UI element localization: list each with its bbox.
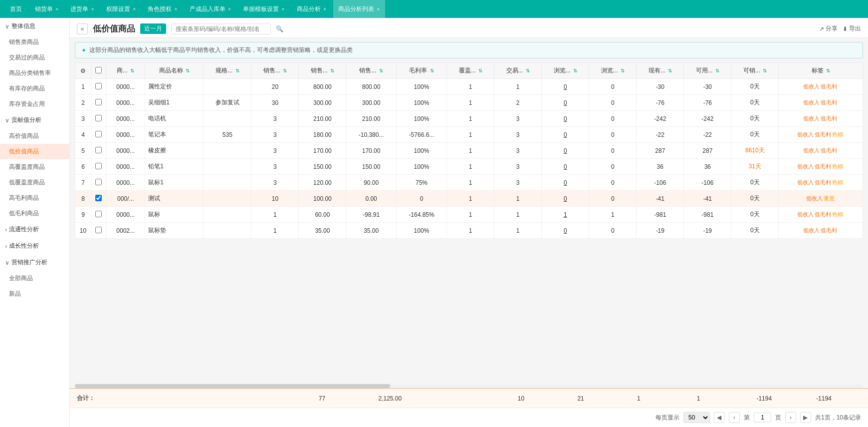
page-number-input[interactable] xyxy=(754,413,771,423)
col-sellable[interactable]: 可销... ⇅ xyxy=(731,63,779,79)
row-checkbox-cell[interactable] xyxy=(91,79,106,95)
col-view2[interactable]: 浏览... ⇅ xyxy=(589,63,637,79)
row-checkbox[interactable] xyxy=(95,211,102,217)
sidebar-item-low-margin[interactable]: 低毛利商品 xyxy=(0,206,69,221)
close-icon[interactable]: × xyxy=(377,6,380,12)
close-icon[interactable]: × xyxy=(133,6,136,12)
sidebar-item-high-coverage[interactable]: 高覆盖度商品 xyxy=(0,159,69,175)
col-sales2[interactable]: 销售... ⇅ xyxy=(346,63,396,79)
share-button[interactable]: ↗ 分享 xyxy=(819,24,838,33)
view-link[interactable]: 1 xyxy=(564,211,567,218)
view-link[interactable]: 0 xyxy=(564,179,567,186)
sidebar-item-stock-products[interactable]: 有库存的商品 xyxy=(0,81,69,96)
col-tags[interactable]: 标签 ⇅ xyxy=(779,63,863,79)
nav-home[interactable]: 首页 xyxy=(4,0,28,18)
row-checkbox-cell[interactable] xyxy=(91,207,106,223)
nav-role-auth[interactable]: 角色授权 × xyxy=(143,0,182,18)
row-checkbox[interactable] xyxy=(95,147,102,153)
nav-sales-order[interactable]: 销货单 × xyxy=(30,0,63,18)
sidebar-item-traded-products[interactable]: 交易过的商品 xyxy=(0,50,69,65)
close-icon[interactable]: × xyxy=(323,6,326,12)
sidebar-item-high-value[interactable]: 高价值商品 xyxy=(0,128,69,144)
nav-product-analysis-list[interactable]: 商品分析列表 × xyxy=(333,0,385,18)
sidebar-item-high-margin[interactable]: 高毛利商品 xyxy=(0,190,69,206)
row-checkbox-cell[interactable] xyxy=(91,223,106,239)
row-view1[interactable]: 0 xyxy=(542,95,589,111)
sidebar-group-circulation[interactable]: › 流通性分析 xyxy=(0,221,69,238)
prev-page-button[interactable]: ‹ xyxy=(729,412,740,423)
col-name[interactable]: 商品名称 ⇅ xyxy=(145,63,204,79)
close-icon[interactable]: × xyxy=(281,6,284,12)
sidebar-group-growth[interactable]: › 成长性分析 xyxy=(0,238,69,254)
nav-purchase-order[interactable]: 进货单 × xyxy=(65,0,99,18)
close-icon[interactable]: × xyxy=(174,6,177,12)
row-view1[interactable]: 0 xyxy=(542,191,589,207)
col-settings[interactable]: ⚙ xyxy=(75,63,91,79)
row-checkbox-cell[interactable] xyxy=(91,143,106,159)
select-all-checkbox[interactable] xyxy=(95,67,102,73)
row-checkbox[interactable] xyxy=(95,195,102,201)
row-view1[interactable]: 0 xyxy=(542,175,589,191)
row-view1[interactable]: 0 xyxy=(542,111,589,127)
sidebar-item-all-products[interactable]: 全部商品 xyxy=(0,271,69,286)
row-checkbox[interactable] xyxy=(95,115,102,121)
col-trade[interactable]: 交易... ⇅ xyxy=(494,63,542,79)
search-icon[interactable]: 🔍 xyxy=(276,25,283,32)
scrollbar-thumb[interactable] xyxy=(75,384,390,388)
row-checkbox-cell[interactable] xyxy=(91,111,106,127)
view-link[interactable]: 0 xyxy=(564,163,567,170)
col-view1[interactable]: 浏览... ⇅ xyxy=(542,63,589,79)
view-link[interactable]: 0 xyxy=(564,131,567,138)
next-page-button[interactable]: › xyxy=(785,412,796,423)
sidebar-item-low-coverage[interactable]: 低覆盖度商品 xyxy=(0,175,69,190)
sidebar-item-sales-products[interactable]: 销售类商品 xyxy=(0,34,69,50)
sidebar-item-low-value[interactable]: 低价值商品 xyxy=(0,144,69,159)
row-view1[interactable]: 0 xyxy=(542,127,589,143)
view-link[interactable]: 0 xyxy=(564,115,567,122)
col-qty[interactable]: 销售... ⇅ xyxy=(251,63,299,79)
sidebar-group-marketing[interactable]: ∨ 营销推广分析 xyxy=(0,254,69,271)
last-page-button[interactable]: ▶ xyxy=(800,412,811,423)
view-link[interactable]: 0 xyxy=(564,83,567,90)
view-link[interactable]: 0 xyxy=(564,147,567,154)
view-link[interactable]: 0 xyxy=(564,195,567,202)
page-size-select[interactable]: 50 100 xyxy=(683,412,710,423)
row-checkbox-cell[interactable] xyxy=(91,95,106,111)
close-icon[interactable]: × xyxy=(228,6,231,12)
sidebar-item-new-products[interactable]: 新品 xyxy=(0,286,69,302)
row-checkbox[interactable] xyxy=(95,179,102,185)
settings-icon[interactable]: ⚙ xyxy=(80,67,86,74)
sidebar-item-stock-capital[interactable]: 库存资金占用 xyxy=(0,96,69,112)
col-gross[interactable]: 毛利率 ⇅ xyxy=(396,63,446,79)
row-view1[interactable]: 0 xyxy=(542,223,589,239)
horizontal-scrollbar[interactable] xyxy=(75,384,863,388)
view-link[interactable]: 0 xyxy=(564,99,567,106)
row-checkbox[interactable] xyxy=(95,83,102,89)
sidebar-group-contribution[interactable]: ∨ 贡献值分析 xyxy=(0,112,69,128)
row-view1[interactable]: 0 xyxy=(542,79,589,95)
export-button[interactable]: ⬇ 导出 xyxy=(843,24,861,33)
col-cover[interactable]: 覆盖... ⇅ xyxy=(447,63,494,79)
row-checkbox[interactable] xyxy=(95,99,102,105)
close-icon[interactable]: × xyxy=(55,6,58,12)
nav-product-analysis[interactable]: 商品分析 × xyxy=(292,0,331,18)
row-checkbox[interactable] xyxy=(95,163,102,169)
row-checkbox-cell[interactable] xyxy=(91,175,106,191)
row-view1[interactable]: 0 xyxy=(542,159,589,175)
col-avail[interactable]: 可用... ⇅ xyxy=(684,63,731,79)
col-code[interactable]: 商... ⇅ xyxy=(106,63,145,79)
row-view1[interactable]: 1 xyxy=(542,207,589,223)
col-spec[interactable]: 规格... ⇅ xyxy=(204,63,251,79)
period-button[interactable]: 近一月 xyxy=(140,23,166,34)
close-icon[interactable]: × xyxy=(91,6,94,12)
sidebar-group-overall[interactable]: ∨ 整体信息 xyxy=(0,18,69,34)
collapse-sidebar-button[interactable]: « xyxy=(77,23,88,34)
row-view1[interactable]: 0 xyxy=(542,143,589,159)
search-input[interactable] xyxy=(171,23,271,34)
row-checkbox[interactable] xyxy=(95,131,102,137)
nav-permission-settings[interactable]: 权限设置 × xyxy=(101,0,141,18)
row-checkbox-cell[interactable] xyxy=(91,127,106,143)
col-stock[interactable]: 现有... ⇅ xyxy=(637,63,684,79)
nav-product-inbound[interactable]: 产成品入库单 × xyxy=(185,0,236,18)
nav-template-settings[interactable]: 单据模板设置 × xyxy=(238,0,289,18)
